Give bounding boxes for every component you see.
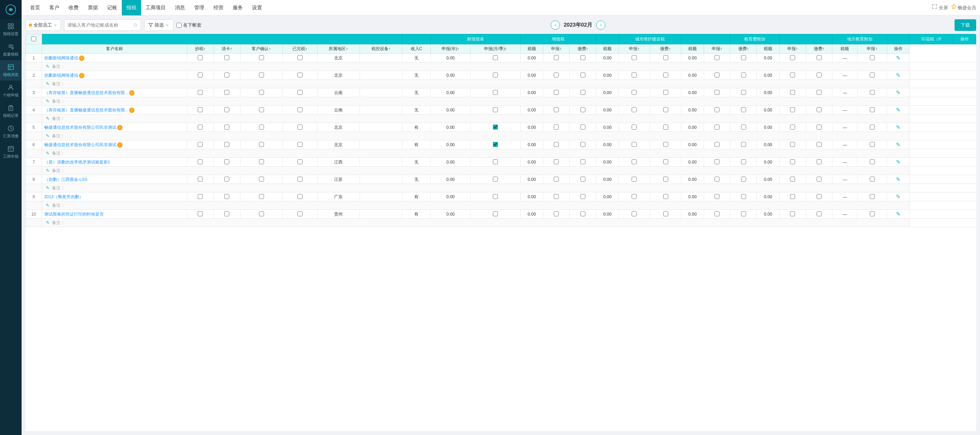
- cell-taxpaid[interactable]: [282, 71, 317, 80]
- taxpaid-check[interactable]: [298, 90, 303, 95]
- cell-stamp-declare[interactable]: [857, 192, 887, 201]
- cell-vat-declare[interactable]: [543, 88, 570, 97]
- cell-local-edu-declare[interactable]: [779, 88, 806, 97]
- vat-declare-check[interactable]: [554, 107, 559, 112]
- next-month-button[interactable]: ›: [596, 20, 605, 30]
- stamp-declare-check[interactable]: [870, 72, 875, 78]
- th-qingka[interactable]: 清卡↑: [213, 44, 240, 54]
- cell-urban-declare[interactable]: [619, 54, 650, 62]
- cell-stamp-declare[interactable]: [857, 175, 887, 184]
- local-edu-pay-check[interactable]: [817, 142, 822, 147]
- cell-urban-pay[interactable]: [650, 210, 681, 219]
- prev-month-button[interactable]: ‹: [551, 20, 560, 30]
- remark-cell[interactable]: ✎ 备注：: [42, 80, 909, 88]
- remark-cell[interactable]: ✎ 备注：: [42, 184, 909, 192]
- declare-month-check[interactable]: [493, 125, 498, 130]
- cell-vat-declare[interactable]: [543, 123, 570, 132]
- edu-declare-check[interactable]: [714, 177, 719, 182]
- urban-declare-check[interactable]: [632, 90, 637, 95]
- cell-local-edu-pay[interactable]: [806, 123, 832, 132]
- edu-declare-check[interactable]: [714, 159, 719, 164]
- cell-declare-month[interactable]: [471, 192, 521, 201]
- th-region[interactable]: 所属地区↑: [317, 44, 360, 54]
- vat-declare-check[interactable]: [554, 125, 559, 130]
- cell-local-edu-pay[interactable]: [806, 158, 832, 167]
- cell-qingka[interactable]: [213, 192, 240, 201]
- urban-pay-check[interactable]: [663, 177, 668, 182]
- urban-pay-check[interactable]: [663, 55, 668, 60]
- cell-confirm[interactable]: [240, 192, 282, 201]
- cell-chaoshui[interactable]: [187, 106, 213, 115]
- cell-chaoshui[interactable]: [187, 175, 213, 184]
- cell-vat-pay[interactable]: [570, 140, 596, 149]
- cell-edu-pay[interactable]: [730, 88, 757, 97]
- cell-vat-pay[interactable]: [570, 123, 596, 132]
- cell-local-edu-pay[interactable]: [806, 175, 832, 184]
- employee-filter[interactable]: 全部员工: [25, 19, 61, 31]
- cell-action[interactable]: ✎: [887, 54, 909, 62]
- cell-qingka[interactable]: [213, 71, 240, 80]
- cell-qingka[interactable]: [213, 140, 240, 149]
- cell-qingka[interactable]: [213, 210, 240, 219]
- cell-edu-pay[interactable]: [730, 54, 757, 62]
- th-stamp-declare[interactable]: 申报↑: [857, 44, 887, 54]
- stamp-declare-check[interactable]: [870, 90, 875, 95]
- cell-chaoshui[interactable]: [187, 140, 213, 149]
- th-chaoshui[interactable]: 抄税↑: [187, 44, 213, 54]
- urban-pay-check[interactable]: [663, 159, 668, 164]
- urban-pay-check[interactable]: [663, 72, 668, 78]
- remark-cell[interactable]: ✎ 备注：: [42, 115, 909, 123]
- taxpaid-check[interactable]: [298, 55, 303, 60]
- th-edu-declare[interactable]: 申报↑: [704, 44, 730, 54]
- cell-name[interactable]: 畅捷通信息技术股份有限公司民非测试!: [42, 123, 187, 132]
- vat-declare-check[interactable]: [554, 142, 559, 147]
- local-edu-pay-check[interactable]: [817, 55, 822, 60]
- cell-name[interactable]: 测试斯春的凭证打印的时候是否: [42, 210, 187, 219]
- cell-chaoshui[interactable]: [187, 54, 213, 62]
- th-edu-pay[interactable]: 缴费↑: [730, 44, 757, 54]
- cell-action[interactable]: ✎: [887, 175, 909, 184]
- cell-taxpaid[interactable]: [282, 175, 317, 184]
- cell-action[interactable]: ✎: [887, 210, 909, 219]
- cell-stamp-declare[interactable]: [857, 123, 887, 132]
- local-edu-pay-check[interactable]: [817, 211, 822, 216]
- vat-pay-check[interactable]: [580, 142, 585, 147]
- qingka-check[interactable]: [224, 177, 229, 182]
- urban-pay-check[interactable]: [663, 90, 668, 95]
- nav-tax[interactable]: 报税: [122, 0, 141, 15]
- cell-action[interactable]: ✎: [887, 106, 909, 115]
- cell-edu-declare[interactable]: [704, 88, 730, 97]
- cell-qingka[interactable]: [213, 54, 240, 62]
- cell-chaoshui[interactable]: [187, 71, 213, 80]
- vat-pay-check[interactable]: [580, 177, 585, 182]
- declare-month-check[interactable]: [493, 55, 498, 60]
- cell-urban-declare[interactable]: [619, 140, 650, 149]
- edu-pay-check[interactable]: [741, 194, 746, 199]
- stamp-declare-check[interactable]: [870, 211, 875, 216]
- cell-urban-pay[interactable]: [650, 71, 681, 80]
- cell-vat-declare[interactable]: [543, 54, 570, 62]
- nav-industrial[interactable]: 工商项目: [141, 0, 170, 15]
- cell-edu-pay[interactable]: [730, 192, 757, 201]
- vat-declare-check[interactable]: [554, 211, 559, 216]
- urban-declare-check[interactable]: [632, 142, 637, 147]
- cell-action[interactable]: ✎: [887, 140, 909, 149]
- vat-pay-check[interactable]: [580, 125, 585, 130]
- th-device[interactable]: 税控设备↑: [360, 44, 402, 54]
- cell-confirm[interactable]: [240, 175, 282, 184]
- local-edu-pay-check[interactable]: [817, 194, 822, 199]
- chaoshui-check[interactable]: [198, 90, 203, 95]
- edu-declare-check[interactable]: [714, 211, 719, 216]
- cell-declare-month[interactable]: [471, 106, 521, 115]
- filter-button[interactable]: 筛选: [144, 19, 173, 31]
- cell-edu-declare[interactable]: [704, 210, 730, 219]
- confirm-check[interactable]: [259, 159, 264, 164]
- chaoshui-check[interactable]: [198, 211, 203, 216]
- cell-action[interactable]: ✎: [887, 192, 909, 201]
- cell-vat-pay[interactable]: [570, 210, 596, 219]
- fullscreen-btn[interactable]: 全屏: [932, 4, 948, 11]
- cell-declare-month[interactable]: [471, 158, 521, 167]
- edu-declare-check[interactable]: [714, 72, 719, 78]
- cell-local-edu-declare[interactable]: [779, 106, 806, 115]
- cell-urban-declare[interactable]: [619, 210, 650, 219]
